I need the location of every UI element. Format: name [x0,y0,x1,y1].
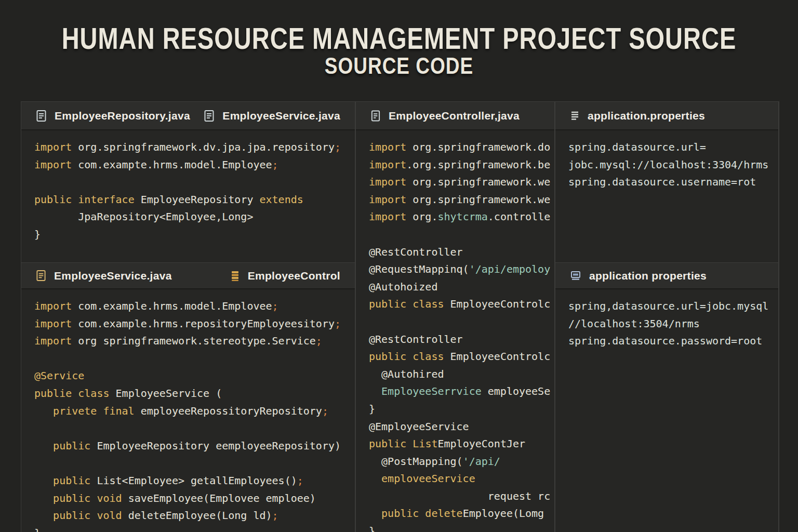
code-line: @Autohoized [369,278,554,296]
tab-label: EmployeeService.java [54,270,172,282]
screen-icon [570,270,581,282]
code-line: import org.springframework.we [369,174,554,191]
tabbar-properties-2: application properties [555,262,778,289]
code-line: public vold deleteEmployee(Long ld); [34,507,355,525]
code-line: import org.springframework.do [369,139,554,156]
code-line: spring,datasource.url=jobc.mysql [568,298,778,315]
code-line [369,226,554,244]
code-line: public class EmployeeControlc [369,348,554,366]
list-icon [570,110,580,122]
code-line: import com.example.hrms.model.Emplovee; [34,298,355,315]
code-line: public class EmployeeControlc [369,296,554,313]
stack-icon [231,270,240,282]
code-line: public interface EmployeeRepository exte… [34,191,355,209]
code-line: import org.shytcrma.controlle [369,208,554,226]
code-properties-2: spring,datasource.url=jobc.mysql//localh… [555,289,778,532]
page-title: HUMAN RESOURCE MANAGEMENT PROJECT SOURCE [62,21,737,56]
code-line: request rc [369,488,554,506]
code-line: } [369,523,554,532]
tab-employee-controller[interactable]: EmployeeController,java [370,110,520,122]
tab-application-properties-2[interactable]: application properties [570,270,707,282]
code-line: } [369,401,554,418]
code-employee-controller: import org.springframework.doimport.org.… [356,130,554,532]
tab-employee-service[interactable]: EmployeeService.java [36,270,172,282]
file-icon [370,110,381,122]
code-line: import.org.springframework.be [369,156,554,174]
code-line: public List<Employee> getallEmployees(); [34,472,355,490]
code-line: import org.springframework.we [369,191,554,209]
title-block: HUMAN RESOURCE MANAGEMENT PROJECT SOURCE… [0,0,798,77]
code-line [34,420,355,437]
file-icon [36,110,47,122]
tab-employee-control[interactable]: EmployeeControl [231,270,340,282]
file-icon [204,110,215,122]
tab-label: EmployeeRepository.java [55,110,190,122]
code-line: //localhost:3504/nrms [568,315,778,333]
panel-controller: EmployeeController,java import org.sprin… [355,102,554,532]
code-line: spring.datasource.url= [568,139,778,156]
code-line: privete final employeeRepossitoryReposit… [34,403,355,420]
tab-label: EmployeeService.java [222,110,340,122]
editor-grid: EmployeeRepository.java EmployeeService.… [21,101,779,532]
tab-label: EmployeeController,java [389,110,520,122]
code-line: @PostMapping('/api/ [369,453,554,471]
code-line: } [34,226,355,244]
page-subtitle: SOURCE CODE [0,54,798,79]
tabbar-service: EmployeeService.java EmployeeControl [21,262,355,289]
tabbar-repository: EmployeeRepository.java EmployeeService.… [21,102,355,130]
file-icon [36,270,46,282]
code-line: @RestController [369,331,554,349]
tabbar-controller: EmployeeController,java [356,102,554,130]
tab-label: application.properties [588,110,705,122]
code-line: import com.example.hrms.repositoryEmploy… [34,315,355,333]
code-line: JpaRepository<Employee,Long> [34,208,355,226]
code-line: public void saveEmployee(Emplovee emploe… [34,490,355,508]
code-line: spring.datasource.password=root [568,332,778,350]
code-properties-1: spring.datasource.url=jobc.mysql://local… [555,130,778,259]
code-line [369,313,554,331]
tab-employee-service-top[interactable]: EmployeeService.java [204,110,340,122]
code-line [34,455,355,472]
code-line: @Service [34,367,355,385]
code-line: public ListEmployeContJer [369,435,554,453]
code-line: spring.datasource.username=rot [568,174,778,191]
code-line: public deleteEmployee(Lomg [369,505,554,523]
tab-label: application properties [589,270,707,282]
code-line [34,350,355,368]
code-line: @Autohired [369,366,554,383]
code-line [34,174,355,191]
tab-application-properties-1[interactable]: application.properties [570,110,705,122]
code-line: jobc.mysql://localhost:3304/hrms [568,156,778,174]
code-line: import org springframework.stereotype.Se… [34,332,355,350]
code-line: emploveeService [369,470,554,488]
code-employee-repository: import org.springframework.dv.jpa.jpa.re… [21,130,355,259]
tab-label: EmployeeControl [248,270,340,282]
code-line: @RestController [369,244,554,261]
code-line: EmployeeSerrvice employeeSe [369,383,554,401]
panel-left: EmployeeRepository.java EmployeeService.… [21,102,355,532]
code-line: @RequestMappinq('/api/empoloy [369,261,554,278]
code-line: import org.springframework.dv.jpa.jpa.re… [34,139,355,156]
code-line: public EmployeeRepository eemployeeRepos… [34,437,355,455]
poster: HUMAN RESOURCE MANAGEMENT PROJECT SOURCE… [0,0,798,532]
code-line: @EmployeeService [369,418,554,436]
panel-properties: application.properties spring.datasource… [554,102,779,532]
code-employee-service: import com.example.hrms.model.Emplovee;i… [21,289,355,532]
tab-employee-repository[interactable]: EmployeeRepository.java [36,110,190,122]
tabbar-properties-1: application.properties [555,102,778,130]
code-line: import com.exampte.hrms.model.Employee; [34,156,355,174]
code-line: publie class EmployeeService ( [34,385,355,403]
code-line: } [34,525,355,532]
